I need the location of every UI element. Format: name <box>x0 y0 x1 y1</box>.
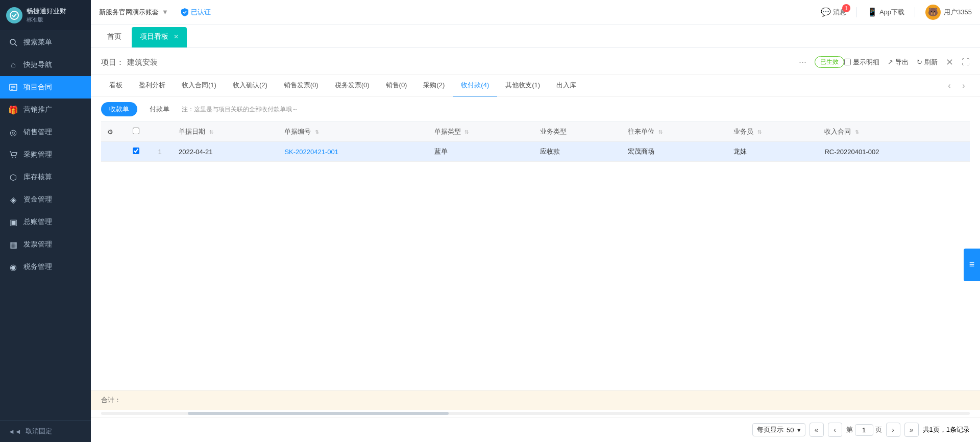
sub-tab-income-contract[interactable]: 收入合同(1) <box>174 75 225 97</box>
page-number-input[interactable] <box>855 424 873 436</box>
verified-label: 已认证 <box>191 8 211 17</box>
col-salesman-header[interactable]: 业务员 ⇅ <box>727 122 818 142</box>
sub-tab-in-out[interactable]: 出入库 <box>548 75 584 97</box>
col-checkbox <box>127 122 147 142</box>
sidebar-item-inventory[interactable]: ⬡ 库存核算 <box>0 166 91 188</box>
show-detail-checkbox[interactable]: 显示明细 <box>844 58 879 67</box>
search-icon <box>8 37 18 47</box>
row-partner: 宏茂商场 <box>622 142 727 162</box>
invoice-icon: ▦ <box>8 239 18 250</box>
sub-tab-tax-invoice[interactable]: 税务发票(0) <box>327 75 378 97</box>
export-icon: ↗ <box>888 58 893 66</box>
page-title-main: 建筑安装 <box>127 58 158 66</box>
col-partner-header[interactable]: 往来单位 ⇅ <box>622 122 727 142</box>
col-date-header[interactable]: 单据日期 ⇅ <box>173 122 278 142</box>
ledger-icon: ▣ <box>8 217 18 227</box>
main-area: 新服务官网演示账套 ▼ 已认证 💬 消息 1 📱 App下载 <box>91 0 980 442</box>
sub-tabs: 看板 盈利分析 收入合同(1) 收入确认(2) 销售发票(0) 税务发票(0) … <box>91 75 980 97</box>
sub-tab-income-confirm[interactable]: 收入确认(2) <box>225 75 276 97</box>
sidebar-item-quick-nav[interactable]: ⌂ 快捷导航 <box>0 54 91 76</box>
row-checkbox[interactable] <box>127 142 147 162</box>
app-download-btn[interactable]: 📱 App下载 <box>867 7 904 17</box>
select-all-checkbox[interactable] <box>133 128 139 134</box>
col-type-header[interactable]: 单据类型 ⇅ <box>428 122 534 142</box>
user-btn[interactable]: 🐻 用户3355 <box>925 5 972 20</box>
more-options-btn[interactable]: ··· <box>799 57 806 67</box>
sidebar-item-purchase[interactable]: 采购管理 <box>0 143 91 166</box>
sub-tab-other[interactable]: 其他收支(1) <box>497 75 548 97</box>
logo-icon <box>6 7 22 23</box>
first-page-btn[interactable]: « <box>810 423 824 437</box>
sub-tab-sales[interactable]: 销售(0) <box>378 75 415 97</box>
sub-tab-next-btn[interactable]: › <box>958 80 970 92</box>
sub-tab-in-out-label: 出入库 <box>556 81 576 89</box>
tab-project-board-label: 项目看板 <box>140 32 168 40</box>
sidebar-item-sales[interactable]: ◎ 销售管理 <box>0 121 91 143</box>
show-detail-input[interactable] <box>844 59 851 65</box>
col-income-contract-header[interactable]: 收入合同 ⇅ <box>818 122 970 142</box>
income-contract-sort-icon: ⇅ <box>855 129 859 135</box>
sidebar: 畅捷通好业财 标准版 搜索菜单 ⌂ 快捷导航 <box>0 0 91 442</box>
message-btn[interactable]: 💬 消息 1 <box>821 7 846 17</box>
scrollbar-thumb[interactable] <box>188 412 449 415</box>
export-btn[interactable]: ↗ 导出 <box>888 58 909 67</box>
prev-page-btn[interactable]: ‹ <box>828 423 842 437</box>
fullscreen-btn[interactable]: ⛶ <box>962 58 970 67</box>
float-action-btn[interactable]: ≡ <box>964 249 980 281</box>
sidebar-item-project-contract[interactable]: 项目合同 <box>0 76 91 99</box>
row-date: 2022-04-21 <box>173 142 278 162</box>
table-row[interactable]: 1 2022-04-21 SK-20220421-001 蓝单 应收款 宏茂商场… <box>101 142 970 162</box>
sub-tab-income-confirm-label: 收入确认(2) <box>233 81 267 89</box>
row-number[interactable]: SK-20220421-001 <box>278 142 428 162</box>
sub-tab-kanban[interactable]: 看板 <box>101 75 131 97</box>
row-biz-type: 应收款 <box>534 142 622 162</box>
sidebar-item-funds[interactable]: ◈ 资金管理 <box>0 188 91 211</box>
col-number-header[interactable]: 单据编号 ⇅ <box>278 122 428 142</box>
verified-badge: 已认证 <box>181 8 211 17</box>
sub-tab-purchase[interactable]: 采购(2) <box>415 75 453 97</box>
table-footer: 合计： <box>91 390 980 410</box>
last-page-btn[interactable]: » <box>904 423 919 437</box>
sidebar-label-ledger: 总账管理 <box>23 217 52 227</box>
sidebar-label-invoice: 发票管理 <box>23 240 52 249</box>
tab-home[interactable]: 首页 <box>99 27 130 47</box>
sidebar-label-marketing: 营销推广 <box>23 105 52 114</box>
sub-tab-profit[interactable]: 盈利分析 <box>131 75 174 97</box>
sidebar-item-marketing[interactable]: 🎁 营销推广 <box>0 99 91 121</box>
project-selector[interactable]: 新服务官网演示账套 ▼ <box>99 8 168 17</box>
row-settings <box>101 142 127 162</box>
sidebar-item-ledger[interactable]: ▣ 总账管理 <box>0 211 91 233</box>
sidebar-item-invoice[interactable]: ▦ 发票管理 <box>0 233 91 256</box>
receive-tab-btn[interactable]: 收款单 <box>101 102 137 116</box>
export-label: 导出 <box>895 58 909 67</box>
scrollbar-wrapper[interactable] <box>91 410 980 417</box>
row-select-checkbox[interactable] <box>133 148 139 154</box>
sidebar-item-search[interactable]: 搜索菜单 <box>0 31 91 54</box>
sidebar-label-search: 搜索菜单 <box>23 38 52 47</box>
sub-tab-sales-invoice[interactable]: 销售发票(0) <box>276 75 327 97</box>
col-settings[interactable]: ⚙ <box>101 122 127 142</box>
tab-close-icon[interactable]: ✕ <box>174 33 179 40</box>
svg-point-1 <box>10 39 15 44</box>
app-edition: 标准版 <box>27 16 66 23</box>
sub-tab-sales-label: 销售(0) <box>386 81 407 89</box>
page-label: 第 <box>846 425 853 434</box>
message-icon: 💬 <box>821 7 831 17</box>
sub-tab-prev-btn[interactable]: ‹ <box>943 80 955 92</box>
pay-tab-btn[interactable]: 付款单 <box>141 102 178 116</box>
pagination-bar: 每页显示 50 ▾ « ‹ 第 页 › » 共1页，1条记录 <box>91 417 980 442</box>
refresh-btn[interactable]: ↻ 刷新 <box>917 58 938 67</box>
sidebar-item-tax[interactable]: ◉ 税务管理 <box>0 256 91 278</box>
inventory-icon: ⬡ <box>8 172 18 182</box>
sub-tab-kanban-label: 看板 <box>109 81 122 89</box>
close-btn[interactable]: ✕ <box>946 57 953 68</box>
tab-project-board[interactable]: 项目看板 ✕ <box>132 27 187 47</box>
content-area: 项目：建筑安装 ··· 已生效 显示明细 ↗ 导出 ↻ 刷新 ✕ ⛶ <box>91 48 980 442</box>
cancel-pin-btn[interactable]: ◄◄ 取消固定 <box>0 420 91 442</box>
per-page-select[interactable]: 每页显示 50 ▾ <box>752 423 805 436</box>
sidebar-label-inventory: 库存核算 <box>23 173 52 182</box>
row-number-link[interactable]: SK-20220421-001 <box>284 148 338 156</box>
next-page-btn[interactable]: › <box>886 423 900 437</box>
sub-tab-receive-pay[interactable]: 收付款(4) <box>453 75 497 97</box>
inner-tab-note: 注：这里是与项目关联的全部收付款单哦～ <box>182 105 298 114</box>
